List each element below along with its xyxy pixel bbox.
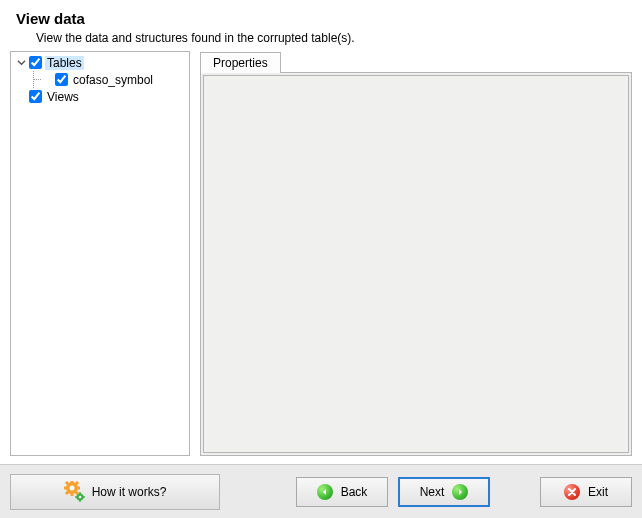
svg-rect-14 <box>83 496 85 498</box>
tree-connector-icon <box>27 71 41 88</box>
properties-panel <box>203 75 629 453</box>
tree-panel[interactable]: Tables cofaso_symbol <box>10 51 190 456</box>
svg-rect-13 <box>75 496 77 498</box>
views-checkbox[interactable] <box>29 90 42 103</box>
svg-point-9 <box>69 485 74 490</box>
right-panel: Properties <box>200 51 632 456</box>
exit-button[interactable]: Exit <box>540 477 632 507</box>
svg-point-15 <box>78 495 81 498</box>
svg-rect-4 <box>77 486 80 489</box>
chevron-down-icon[interactable] <box>15 57 27 69</box>
how-it-works-label: How it works? <box>92 485 167 499</box>
next-button[interactable]: Next <box>398 477 490 507</box>
page-title: View data <box>16 10 626 27</box>
back-label: Back <box>341 485 368 499</box>
back-button[interactable]: Back <box>296 477 388 507</box>
tree-node-views[interactable]: Views <box>13 88 187 105</box>
svg-rect-11 <box>79 492 81 494</box>
tab-properties[interactable]: Properties <box>200 52 281 73</box>
tables-checkbox[interactable] <box>29 56 42 69</box>
svg-rect-2 <box>70 493 73 496</box>
cofaso-symbol-checkbox[interactable] <box>55 73 68 86</box>
arrow-left-icon <box>317 484 333 500</box>
how-it-works-button[interactable]: How it works? <box>10 474 220 510</box>
main-area: Tables cofaso_symbol <box>0 51 642 464</box>
tree-label-cofaso[interactable]: cofaso_symbol <box>71 73 155 87</box>
svg-rect-3 <box>64 486 67 489</box>
tree-label-tables: Tables <box>45 56 84 70</box>
close-icon <box>564 484 580 500</box>
header: View data View the data and structures f… <box>0 0 642 51</box>
next-label: Next <box>420 485 445 499</box>
bottom-bar: How it works? Back Next <box>0 464 642 518</box>
gears-icon <box>64 481 86 503</box>
tree-label-views: Views <box>45 90 81 104</box>
page-subtitle: View the data and structures found in th… <box>16 31 626 45</box>
tab-bar: Properties <box>200 51 632 72</box>
svg-rect-1 <box>70 481 73 483</box>
tree-node-tables[interactable]: Tables <box>13 54 187 71</box>
dialog-container: View data View the data and structures f… <box>0 0 642 518</box>
svg-rect-12 <box>79 500 81 502</box>
tab-content <box>200 72 632 456</box>
exit-label: Exit <box>588 485 608 499</box>
arrow-right-icon <box>452 484 468 500</box>
